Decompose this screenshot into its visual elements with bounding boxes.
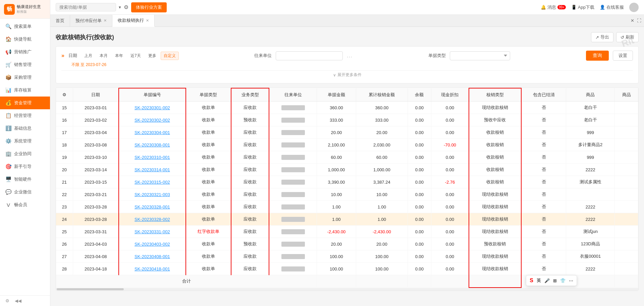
sidebar-item-label-wechat: 企业微信: [14, 189, 32, 195]
col-header-written-off[interactable]: 累计核销金额: [356, 88, 408, 102]
bill-no-link[interactable]: SK-20230302-002: [135, 118, 170, 123]
cell-bill-no[interactable]: SK-20230331-002: [119, 226, 186, 238]
topbar-dropdown[interactable]: ▾: [119, 5, 121, 10]
sidebar-item-operation[interactable]: 📋经营管理: [0, 109, 50, 122]
sidebar-item-basic[interactable]: ℹ️基础信息: [0, 122, 50, 135]
bill-no-link[interactable]: SK-20230331-002: [135, 229, 170, 234]
bill-no-link[interactable]: SK-20230328-001: [135, 204, 170, 209]
sidebar-item-guide[interactable]: 🎯新手引导: [0, 160, 50, 173]
cell-bill-no[interactable]: SK-20230302-002: [119, 114, 186, 126]
filter-expand-toggle[interactable]: »: [61, 53, 64, 59]
col-header-product2[interactable]: 商品: [615, 88, 638, 102]
date-btn-custom[interactable]: 自定义: [161, 52, 179, 60]
cell-bill-no[interactable]: SK-20230408-001: [119, 250, 186, 263]
bill-no-link[interactable]: SK-20230310-001: [135, 155, 170, 160]
bill-no-link[interactable]: SK-20230321-003: [135, 192, 170, 197]
col-header-balance[interactable]: 余额: [408, 88, 431, 102]
col-header-bill-type[interactable]: 单据类型: [186, 88, 231, 102]
cell-bill-no[interactable]: SK-20230403-002: [119, 238, 186, 250]
bill-no-link[interactable]: SK-20230418-001: [135, 266, 170, 271]
bill-no-link[interactable]: SK-20230308-001: [135, 142, 170, 147]
window-close-icon[interactable]: ✕: [631, 18, 634, 23]
date-btn-last-month[interactable]: 上月: [81, 52, 95, 60]
cell-balance: 0.00: [408, 151, 431, 164]
cell-bill-no[interactable]: SK-20230328-001: [119, 201, 186, 213]
service-action[interactable]: 👤 在线客服: [600, 4, 624, 10]
bill-no-link[interactable]: SK-20230328-002: [135, 217, 170, 222]
date-btn-this-month[interactable]: 本月: [97, 52, 111, 60]
date-btn-this-year[interactable]: 本年: [112, 52, 126, 60]
sidebar-item-system[interactable]: ⚙️系统管理: [0, 135, 50, 147]
window-expand-icon[interactable]: ⛶: [637, 18, 641, 23]
bill-no-link[interactable]: SK-20230408-001: [135, 254, 170, 259]
nav-icon-inventory: 📊: [5, 87, 11, 93]
col-header-date[interactable]: 日期: [73, 88, 118, 102]
col-header-amount[interactable]: 单据金额: [317, 88, 356, 102]
cell-bill-no[interactable]: SK-20230321-003: [119, 188, 186, 201]
cell-bill-no[interactable]: SK-20230310-001: [119, 151, 186, 164]
sidebar-item-inventory[interactable]: 📊库存核算: [0, 84, 50, 97]
col-header-partner[interactable]: 往来单位: [269, 88, 317, 102]
solution-btn[interactable]: 体验行业方案: [131, 2, 167, 12]
refresh-btn[interactable]: ↺ 刷新: [616, 32, 639, 42]
ime-mic-icon[interactable]: 🎤: [544, 278, 550, 283]
export-btn[interactable]: ↗ 导出: [591, 32, 613, 42]
user-avatar[interactable]: [629, 3, 639, 12]
tab-prepay[interactable]: 预付冲应付单 ✕: [70, 15, 112, 26]
setting-btn[interactable]: 设置: [613, 51, 633, 61]
sidebar-item-wechat[interactable]: 💬企业微信: [0, 186, 50, 198]
app-download-action[interactable]: 📱 App下载: [571, 4, 594, 10]
cell-product2: [615, 126, 638, 139]
cell-bill-no[interactable]: SK-20230314-001: [119, 164, 186, 176]
col-header-discount[interactable]: 现金折扣: [431, 88, 469, 102]
date-btn-7days[interactable]: 近7天: [127, 52, 144, 60]
col-header-bill-no[interactable]: 单据编号: [119, 88, 186, 102]
search-input[interactable]: [56, 3, 116, 11]
bill-no-link[interactable]: SK-20230314-001: [135, 167, 170, 172]
message-action[interactable]: 🔔 消息 99+: [541, 4, 566, 10]
col-header-biz-type[interactable]: 业务类型: [231, 88, 269, 102]
tab-prepay-close[interactable]: ✕: [104, 18, 107, 23]
scroll-thumb[interactable]: [57, 288, 124, 290]
cell-bill-no[interactable]: SK-20230304-001: [119, 126, 186, 139]
sidebar-item-quick[interactable]: 🏠快捷导航: [0, 33, 50, 46]
sidebar-item-hardware[interactable]: 🖥️智能硬件: [0, 173, 50, 186]
sidebar-item-sales[interactable]: 🛒销售管理: [0, 58, 50, 71]
tab-home[interactable]: 首页: [50, 15, 70, 26]
cell-bill-no[interactable]: SK-20230328-002: [119, 213, 186, 226]
query-btn[interactable]: 查询: [586, 51, 609, 61]
settings-icon[interactable]: ⚙: [5, 298, 9, 303]
topbar-settings-icon[interactable]: ⚙: [124, 4, 128, 10]
col-header-product[interactable]: 商品: [566, 88, 615, 102]
receipt-type-select[interactable]: [450, 51, 510, 60]
sidebar-item-search[interactable]: 🔍搜索菜单: [0, 20, 50, 33]
ime-shirt-icon[interactable]: 👕: [560, 278, 566, 283]
bill-no-link[interactable]: SK-20230301-002: [135, 105, 170, 110]
bill-no-link[interactable]: SK-20230315-002: [135, 180, 170, 185]
partner-input[interactable]: [276, 51, 343, 60]
tab-collection-close[interactable]: ✕: [146, 18, 149, 23]
cell-writeoff-type: 现结收款核销: [469, 188, 521, 201]
tab-collection[interactable]: 收款核销执行 ✕: [112, 15, 155, 27]
col-header-writeoff-type[interactable]: 核销类型: [469, 88, 521, 102]
cell-bill-no[interactable]: SK-20230308-001: [119, 139, 186, 151]
col-header-include-clear[interactable]: 包含已结清: [521, 88, 566, 102]
collapse-icon[interactable]: ◀◀: [15, 298, 21, 303]
cell-bill-no[interactable]: SK-20230301-002: [119, 102, 186, 114]
bill-no-link[interactable]: SK-20230304-001: [135, 130, 170, 135]
sidebar-item-member[interactable]: V畅会员: [0, 198, 50, 211]
sidebar-item-finance[interactable]: 💰资金管理: [0, 97, 50, 109]
sidebar-item-company[interactable]: 🏢企业协同: [0, 147, 50, 160]
cell-bill-no[interactable]: SK-20230418-001: [119, 263, 186, 275]
ime-grid-icon[interactable]: ⊞: [553, 278, 557, 283]
ime-more-icon[interactable]: ⋯: [569, 278, 573, 283]
scroll-bar[interactable]: [56, 288, 638, 291]
sidebar-item-purchase[interactable]: 📦采购管理: [0, 71, 50, 84]
sidebar-item-marketing[interactable]: 📢营销推广: [0, 46, 50, 58]
cell-bill-no[interactable]: SK-20230315-002: [119, 176, 186, 188]
bill-no-link[interactable]: SK-20230403-002: [135, 242, 170, 247]
expand-conditions-btn[interactable]: ∨ 展开更多条件: [333, 72, 362, 78]
ime-english-btn[interactable]: 英: [537, 278, 541, 284]
date-btn-more[interactable]: 更多: [145, 52, 159, 60]
cell-idx: 23: [56, 201, 73, 213]
